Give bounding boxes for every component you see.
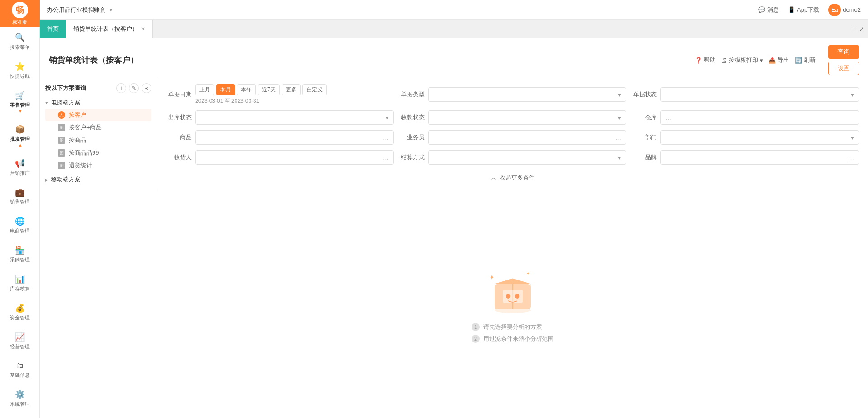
receiver-control[interactable]: … [195,150,394,165]
scheme-add-btn[interactable]: + [116,83,126,93]
print-icon: 🖨 [721,57,727,64]
topbar-download[interactable]: 📱 App下载 [788,6,819,14]
sidebar-item-inventory[interactable]: 📊 库存核算 [0,269,39,298]
receiver-dots: … [383,154,389,161]
scheme-item-return-stats[interactable]: 图 退货统计 [45,159,151,172]
doc-type-control[interactable]: ▾ [428,87,627,102]
payment-method-label: 结算方式 [399,153,425,162]
sidebar-item-base[interactable]: 🗂 基础信息 [0,356,39,384]
sales-icon: 💼 [15,187,25,197]
help-icon: ❓ [695,57,702,64]
payment-method-control[interactable]: ▾ [428,150,627,165]
sidebar-item-enterprise[interactable]: 🤝 企业协同 [0,413,39,418]
sidebar-item-operations[interactable]: 📈 经营管理 [0,327,39,356]
scheme-item-by-customer-goods[interactable]: 图 按客户+商品 [45,121,151,134]
sidebar-item-sales[interactable]: 💼 销售管理 [0,182,39,211]
scheme-group-mobile-header[interactable]: ▸ 移动端方案 [45,174,151,185]
query-button[interactable]: 查询 [828,45,859,59]
svg-text:✦: ✦ [489,274,495,281]
filter-payment-status: 收款状态 ▾ [399,110,627,125]
scheme-item-by-customer[interactable]: 人 按客户 [45,109,151,121]
empty-texts: 1 请先选择要分析的方案 2 用过滤条件来缩小分析范围 [472,323,554,343]
doc-type-label: 单据类型 [399,90,425,99]
topbar-message[interactable]: 💬 消息 [758,6,779,14]
sidebar-label-marketing: 营销推广 [10,170,30,176]
date-btn-last-month[interactable]: 上月 [195,84,214,95]
warehouse-dots: … [665,114,671,121]
logo-subtitle: 标准版 [12,19,27,26]
help-btn[interactable]: ❓ 帮助 [695,56,716,64]
date-btn-7days[interactable]: 近7天 [258,84,280,95]
empty-hint-2: 2 用过滤条件来缩小分析范围 [472,335,554,343]
sidebar-item-search[interactable]: 🔍 搜索菜单 [0,27,39,56]
tab-max-icon[interactable]: ⤢ [859,25,864,33]
settings-button[interactable]: 设置 [828,62,859,75]
filter-row-3: 商品 … 业务员 … 部门 [166,130,859,145]
brand-control[interactable]: … [660,150,859,165]
date-btn-this-year[interactable]: 本年 [237,84,256,95]
doc-status-label: 单据状态 [632,90,657,99]
mobile-group-label: 移动端方案 [51,176,80,184]
scheme-edit-btn[interactable]: ✎ [129,83,139,93]
warehouse-control[interactable]: … [660,110,859,125]
sidebar-label-system: 系统管理 [10,401,30,408]
dept-label: 部门 [632,133,657,142]
dept-control[interactable]: ▾ [660,130,859,145]
scheme-collapse-btn[interactable]: « [142,83,151,93]
print-btn[interactable]: 🖨 按模板打印 ▾ [721,56,763,64]
goods-control[interactable]: … [195,130,394,145]
payment-status-arrow: ▾ [618,114,621,121]
sidebar-label-search: 搜索菜单 [10,44,30,51]
receiver-label: 收货人 [166,153,192,162]
filter-payment-method: 结算方式 ▾ [399,150,627,165]
sidebar-item-system[interactable]: ⚙️ 系统管理 [0,384,39,413]
scheme-item-by-goods[interactable]: 图 按商品 [45,134,151,147]
export-btn[interactable]: 📤 导出 [769,56,789,64]
delivery-control[interactable]: ▾ [195,110,394,125]
sidebar-label-quicknav: 快捷导航 [10,73,30,80]
scheme-tree: ▾ 电脑端方案 人 按客户 图 按客户+商品 [45,97,151,185]
sidebar-item-quicknav[interactable]: ⭐ 快捷导航 [0,56,39,85]
date-btn-more[interactable]: 更多 [282,84,301,95]
export-icon: 📤 [769,57,776,64]
sidebar-label-purchase: 采购管理 [10,256,30,263]
collapse-label: 收起更多条件 [500,174,535,182]
print-arrow: ▾ [760,57,763,64]
return-stats-label: 退货统计 [69,162,92,170]
staff-dots: … [615,134,621,141]
tab-home[interactable]: 首页 [40,20,66,38]
sidebar-item-marketing[interactable]: 📢 营销推广 [0,153,39,182]
sidebar-item-ecom[interactable]: 🌐 电商管理 [0,211,39,240]
date-btn-custom[interactable]: 自定义 [302,84,327,95]
svg-rect-5 [503,290,523,303]
filter-delivery: 出库状态 ▾ [166,110,394,125]
by-customer-goods-icon: 图 [58,124,65,131]
app-logo: 畅 标准版 [0,0,40,27]
tab-sales-stats[interactable]: 销货单统计表（按客户） ✕ [66,20,153,38]
wholesale-icon: 📦 [15,124,25,134]
sidebar-item-wholesale[interactable]: 📦 批发管理 ▴ [0,119,39,153]
logo-icon: 畅 [12,2,28,18]
topbar-app-name: 办公用品行业模拟账套 [47,6,106,14]
scheme-group-desktop-header[interactable]: ▾ 电脑端方案 [45,97,151,109]
tab-sales-stats-label: 销货单统计表（按客户） [73,25,138,33]
staff-control[interactable]: … [428,130,627,145]
payment-status-control[interactable]: ▾ [428,110,627,125]
tab-close-icon[interactable]: ✕ [141,26,145,32]
sidebar-item-purchase[interactable]: 🏪 采购管理 [0,240,39,269]
refresh-btn[interactable]: 🔄 刷新 [795,56,816,64]
doc-status-control[interactable]: ▾ [660,87,859,102]
brand-dots: … [848,154,854,161]
sidebar-label-operations: 经营管理 [10,343,30,350]
collapse-filters-btn[interactable]: ︿ 收起更多条件 [491,170,535,185]
tab-min-icon[interactable]: − [852,25,856,33]
delivery-label: 出库状态 [166,114,192,122]
topbar-user[interactable]: Ea demo2 [828,4,861,16]
scheme-item-by-goods99[interactable]: 图 按商品品99 [45,147,151,159]
filter-dept: 部门 ▾ [632,130,859,145]
hint1-text: 请先选择要分析的方案 [483,323,542,331]
sidebar-item-retail[interactable]: 🛒 零售管理 ▾ [0,85,39,119]
topbar-left: 办公用品行业模拟账套 ▾ [47,6,113,14]
date-btn-this-month[interactable]: 本月 [216,84,235,95]
sidebar-item-finance[interactable]: 💰 资金管理 [0,298,39,327]
